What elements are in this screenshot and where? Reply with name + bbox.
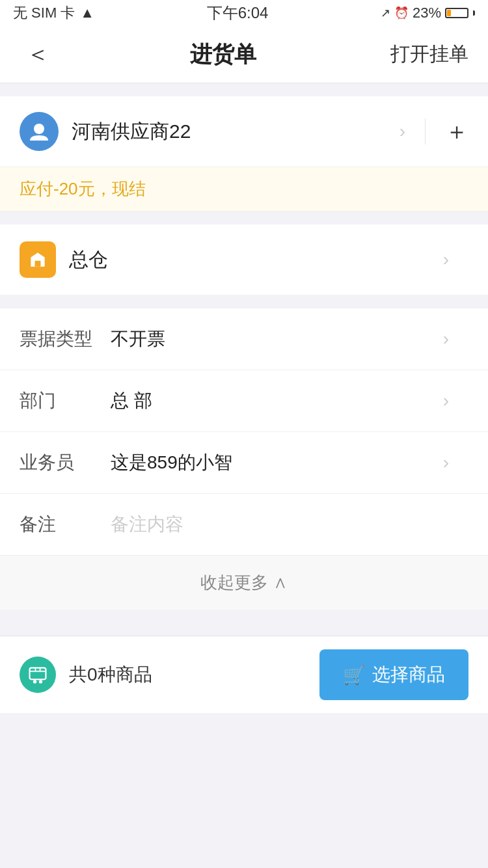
status-left: 无 SIM 卡 ▲ [13,3,94,23]
time-display: 下午6:04 [207,3,269,23]
svg-point-0 [34,124,44,134]
notice-bar: 应付-20元，现结 [0,167,488,211]
alarm-icon: ⏰ [394,6,409,20]
battery-percent: 23% [413,5,441,21]
remark-label: 备注 [20,512,98,537]
warehouse-svg-icon [27,249,48,270]
bottom-bar: 共0种商品 🛒 选择商品 [0,636,488,713]
remark-input[interactable]: 备注内容 [111,512,468,537]
warehouse-section[interactable]: 总仓 › [0,224,488,295]
cart-icon [27,664,48,685]
select-product-icon: 🛒 [343,664,366,686]
department-row[interactable]: 部门 总 部 › [0,370,488,431]
invoice-type-value: 不开票 [111,327,443,351]
product-count-icon [20,657,56,693]
gap-2 [0,211,488,224]
open-pending-button[interactable]: 打开挂单 [390,41,468,68]
gap-4 [0,610,488,623]
salesman-value: 这是859的小智 [111,450,443,475]
add-button[interactable]: ＋ [445,116,468,148]
select-product-label: 选择商品 [372,662,445,687]
supplier-row[interactable]: 河南供应商22 › ＋ [0,96,488,167]
battery-icon [445,8,468,18]
svg-rect-2 [30,668,46,679]
gps-icon: ↗ [381,6,390,20]
back-button[interactable]: ＜ [20,32,56,77]
invoice-type-chevron-icon: › [443,329,449,349]
status-right: ↗ ⏰ 23% [381,5,475,21]
supplier-chevron-icon: › [400,121,405,142]
warehouse-label: 总仓 [69,247,443,273]
collapse-button[interactable]: 收起更多 ∧ [0,555,488,610]
invoice-type-label: 票据类型 [20,327,98,351]
nav-bar: ＜ 进货单 打开挂单 [0,26,488,83]
salesman-row[interactable]: 业务员 这是859的小智 › [0,431,488,493]
supplier-section: 河南供应商22 › ＋ 应付-20元，现结 [0,96,488,211]
invoice-type-row[interactable]: 票据类型 不开票 › [0,308,488,370]
product-count-text: 共0种商品 [69,662,319,687]
form-section: 票据类型 不开票 › 部门 总 部 › 业务员 这是859的小智 › 备注 备注… [0,308,488,555]
carrier-text: 无 SIM 卡 [13,3,75,23]
select-product-button[interactable]: 🛒 选择商品 [319,649,468,700]
gap-1 [0,83,488,96]
department-chevron-icon: › [443,390,449,411]
gap-3 [0,295,488,308]
salesman-chevron-icon: › [443,452,449,473]
salesman-label: 业务员 [20,450,98,475]
battery-tip [473,10,475,16]
supplier-avatar [20,112,59,151]
svg-point-3 [33,680,36,683]
svg-rect-1 [35,261,41,267]
remark-row[interactable]: 备注 备注内容 [0,493,488,555]
warehouse-row[interactable]: 总仓 › [0,224,488,295]
warehouse-chevron-icon: › [443,249,449,270]
department-label: 部门 [20,388,98,413]
department-value: 总 部 [111,388,443,413]
avatar-icon [27,120,51,143]
warehouse-icon [20,241,56,278]
status-bar: 无 SIM 卡 ▲ 下午6:04 ↗ ⏰ 23% [0,0,488,26]
wifi-icon: ▲ [80,5,94,21]
supplier-name: 河南供应商22 [72,118,400,145]
vertical-divider [425,118,426,144]
svg-point-4 [39,680,42,683]
page-title: 进货单 [190,40,256,70]
